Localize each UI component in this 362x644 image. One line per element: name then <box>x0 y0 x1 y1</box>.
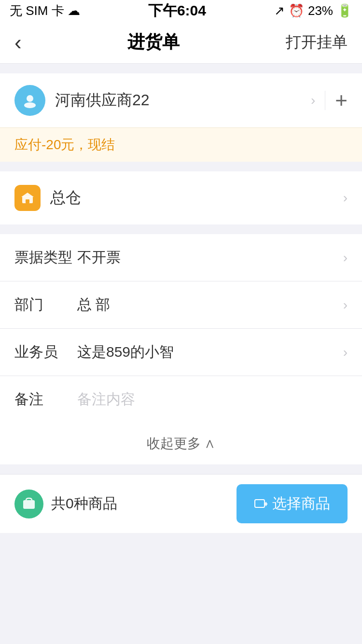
alarm-icon: ⏰ <box>289 3 304 18</box>
svg-point-0 <box>27 95 33 102</box>
svg-rect-6 <box>255 500 265 507</box>
svg-rect-4 <box>26 199 29 203</box>
collapse-toggle-button[interactable]: 收起更多 ∧ <box>0 423 362 464</box>
status-right: ↗ ⏰ 23% 🔋 <box>274 3 352 18</box>
gap-3 <box>0 464 362 474</box>
status-time: 下午6:04 <box>148 1 206 21</box>
battery-status: 23% <box>308 3 333 18</box>
select-goods-label: 选择商品 <box>272 494 330 514</box>
goods-icon-wrap <box>14 490 43 518</box>
gap-1 <box>0 162 362 171</box>
warehouse-section: 总仓 › <box>0 171 362 224</box>
salesman-value: 这是859的小智 <box>77 342 343 362</box>
invoice-value: 不开票 <box>77 248 343 267</box>
status-left: 无 SIM 卡 ☁ <box>10 2 80 19</box>
dept-value: 总 部 <box>77 295 343 315</box>
warehouse-chevron-icon: › <box>343 190 348 206</box>
page-title: 进货单 <box>127 30 180 54</box>
remark-row[interactable]: 备注 备注内容 <box>0 376 362 423</box>
svg-rect-5 <box>23 500 35 509</box>
back-button[interactable]: ‹ <box>14 30 22 55</box>
salesman-chevron-icon: › <box>343 345 348 360</box>
supplier-row[interactable]: 河南供应商22 › + <box>0 73 362 127</box>
bottom-bar: 共0种商品 选择商品 <box>0 474 362 533</box>
collapse-label: 收起更多 ∧ <box>147 434 216 453</box>
vertical-divider <box>325 91 325 110</box>
notice-banner: 应付-20元，现结 <box>0 127 362 162</box>
battery-icon: 🔋 <box>337 3 352 18</box>
gap-2 <box>0 224 362 234</box>
dept-chevron-icon: › <box>343 297 348 313</box>
warehouse-label: 总仓 <box>50 187 343 209</box>
dept-key: 部门 <box>14 295 77 315</box>
sim-status: 无 SIM 卡 ☁ <box>10 2 80 19</box>
remark-input[interactable]: 备注内容 <box>77 390 348 409</box>
select-goods-icon <box>254 497 267 511</box>
invoice-key: 票据类型 <box>14 248 77 267</box>
invoice-chevron-icon: › <box>343 250 348 266</box>
remark-key: 备注 <box>14 390 77 409</box>
salesman-row[interactable]: 业务员 这是859的小智 › <box>0 329 362 376</box>
top-gap <box>0 64 362 73</box>
dept-row[interactable]: 部门 总 部 › <box>0 281 362 329</box>
select-goods-button[interactable]: 选择商品 <box>237 484 348 523</box>
location-icon: ↗ <box>274 3 285 18</box>
salesman-key: 业务员 <box>14 342 77 362</box>
svg-marker-3 <box>21 193 34 197</box>
supplier-name: 河南供应商22 <box>55 90 311 111</box>
warehouse-icon-wrap <box>14 185 41 211</box>
goods-count-label: 共0种商品 <box>51 494 237 514</box>
supplier-section: 河南供应商22 › + 应付-20元，现结 <box>0 73 362 162</box>
supplier-chevron-icon: › <box>311 93 315 108</box>
status-bar: 无 SIM 卡 ☁ 下午6:04 ↗ ⏰ 23% 🔋 <box>0 0 362 21</box>
supplier-avatar <box>14 85 45 116</box>
warehouse-row[interactable]: 总仓 › <box>0 171 362 224</box>
invoice-row[interactable]: 票据类型 不开票 › <box>0 234 362 281</box>
open-pending-button[interactable]: 打开挂单 <box>286 32 348 53</box>
content-rest <box>0 533 362 644</box>
add-supplier-button[interactable]: + <box>335 88 348 112</box>
form-section: 票据类型 不开票 › 部门 总 部 › 业务员 这是859的小智 › 备注 备注… <box>0 234 362 423</box>
svg-point-1 <box>24 102 36 108</box>
nav-bar: ‹ 进货单 打开挂单 <box>0 21 362 64</box>
